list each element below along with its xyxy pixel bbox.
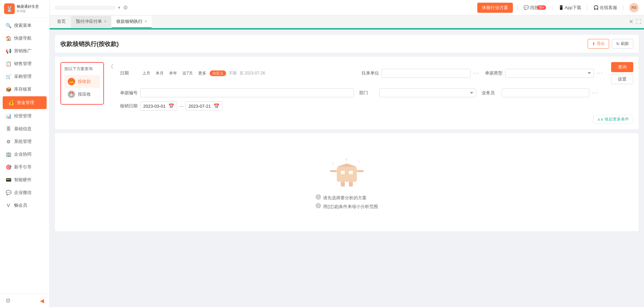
- filter-row-1: 日期 上月 本月 本年 近7天 更多 自定义 不限 至 2023-07-26: [120, 62, 633, 84]
- app-download-btn[interactable]: 📱 App下载: [558, 5, 581, 11]
- calendar-end-icon: 📅: [214, 103, 219, 109]
- sidebar-item-shortcut[interactable]: 🏠 快捷导航: [0, 32, 49, 45]
- employee-ellipsis-btn[interactable]: ···: [592, 90, 598, 96]
- sidebar-item-enterprise[interactable]: 🏢 企业协同: [0, 148, 49, 161]
- docno-input[interactable]: [140, 88, 354, 97]
- svg-text:?: ?: [359, 160, 361, 164]
- refresh-btn[interactable]: ↻ 刷新: [612, 39, 633, 49]
- header-actions: ⬆ 导出 ↻ 刷新: [588, 39, 633, 49]
- sidebar-item-guide[interactable]: 🎯 新手引导: [0, 161, 49, 173]
- home-icon: 🏠: [5, 36, 11, 41]
- sidebar-item-inventory[interactable]: 📦 库存核算: [0, 83, 49, 96]
- sidebar-item-label: 快捷导航: [14, 35, 32, 41]
- date-btn-this-year[interactable]: 本年: [167, 70, 179, 77]
- export-btn[interactable]: ⬆ 导出: [588, 39, 609, 49]
- setting-btn[interactable]: 设置: [611, 74, 633, 84]
- filter-options-panel: 按以下方案查询 💳 按收款 ⏰ 按应收: [60, 62, 104, 105]
- user-area[interactable]: Rit: [629, 3, 639, 12]
- sidebar-item-sales[interactable]: 📋 销售管理: [0, 57, 49, 70]
- partner-input[interactable]: [382, 69, 471, 78]
- sidebar-nav: 🔍 搜索菜单 🏠 快捷导航 📢 营销推广 📋 销售管理 🛒 采购管理 📦 库存核…: [0, 18, 49, 294]
- date-btn-more[interactable]: 更多: [196, 70, 208, 77]
- sidebar-item-label: 畅会员: [14, 202, 27, 208]
- doctype-select[interactable]: [505, 69, 594, 78]
- inventory-icon: 📦: [5, 87, 11, 92]
- tab-home[interactable]: 首页: [52, 16, 70, 28]
- sidebar-item-label: 系统管理: [14, 139, 32, 145]
- dept-label: 部门: [359, 90, 377, 96]
- page-header: 收款核销执行(按收款) ⬆ 导出 ↻ 刷新: [55, 35, 639, 53]
- page-title: 收款核销执行(按收款): [60, 40, 119, 48]
- topbar-settings-icon[interactable]: ⚙: [123, 4, 128, 11]
- empty-tip-2: 2 用[过滤]条件来缩小分析范围: [316, 202, 378, 211]
- date-btn-last-month[interactable]: 上月: [140, 70, 152, 77]
- export-icon: ⬆: [592, 42, 595, 46]
- sidebar-item-finance[interactable]: 💰 资金管理: [3, 96, 47, 109]
- tab-close-all-icon[interactable]: ✕: [629, 18, 633, 25]
- filter-option-by-receivable[interactable]: ⏰ 按应收: [64, 88, 100, 101]
- logo-icon: 🐰: [4, 3, 15, 14]
- query-btns: 查询 设置: [611, 62, 633, 84]
- date-btn-this-month[interactable]: 本月: [154, 70, 166, 77]
- verify-date-start-input[interactable]: 2023-03-01 📅: [140, 101, 177, 111]
- sidebar-settings-icon[interactable]: ⚙: [5, 297, 11, 304]
- sidebar-item-basic[interactable]: 🗄 基础信息: [0, 122, 49, 135]
- employee-input[interactable]: [502, 88, 589, 97]
- collapse-more-btn[interactable]: ∧∧ 收起更多条件: [593, 115, 633, 124]
- date-btn-7days[interactable]: 近7天: [180, 70, 195, 77]
- marketing-icon: 📢: [5, 48, 11, 54]
- main-area: ▾ ⚙ 休验行业方案 | 💬 消息 99+ | 📱 App下载 | 🎧 在线客服…: [50, 0, 644, 307]
- sidebar-collapse-icon[interactable]: ◀: [40, 298, 44, 304]
- query-btn[interactable]: 查询: [611, 62, 633, 72]
- member-icon: V: [5, 203, 11, 208]
- enterprise-icon: 🏢: [5, 152, 11, 157]
- tab-receipts[interactable]: 收款核销执行 ×: [112, 16, 152, 28]
- message-btn[interactable]: 💬 消息 99+: [524, 5, 546, 11]
- topbar-search: ▾ ⚙: [55, 4, 473, 11]
- svg-rect-5: [357, 170, 364, 172]
- sidebar-item-system[interactable]: ⚙ 系统管理: [0, 135, 49, 148]
- tabbar: 首页 预付冲应付单 × 收款核销执行 × ✕ ⛶: [50, 15, 644, 28]
- dept-select[interactable]: [379, 88, 476, 97]
- sidebar-item-label: 基础信息: [14, 126, 32, 132]
- filter-row-2: 单据编号 部门 业务员 ···: [120, 88, 633, 97]
- sidebar-item-search[interactable]: 🔍 搜索菜单: [0, 19, 49, 32]
- svg-rect-7: [349, 182, 353, 187]
- filter-left-collapse-btn[interactable]: 《: [107, 62, 115, 72]
- user-avatar: Rit: [629, 3, 639, 12]
- sidebar-item-label: 经营管理: [14, 113, 32, 119]
- verify-date-end-input[interactable]: 2023-07-21 📅: [185, 101, 222, 111]
- sidebar-bottom: ⚙ ◀: [0, 294, 49, 307]
- online-service-btn[interactable]: 🎧 在线客服: [593, 5, 617, 11]
- sidebar-item-operations[interactable]: 📊 经营管理: [0, 110, 49, 122]
- topbar-dropdown-icon[interactable]: ▾: [118, 5, 120, 10]
- doctype-ellipsis-btn[interactable]: ···: [597, 70, 603, 76]
- avatar-text: Rit: [632, 5, 637, 10]
- svg-rect-2: [349, 171, 353, 174]
- partner-ellipsis-btn[interactable]: ···: [473, 70, 480, 76]
- sidebar-item-purchase[interactable]: 🛒 采购管理: [0, 70, 49, 83]
- receipt-option-icon: 💳: [68, 78, 75, 85]
- sidebar-item-hardware[interactable]: 📟 智能硬件: [0, 173, 49, 186]
- filter-row-3: 核销日期 2023-03-01 📅 — 2023-07-21 📅: [120, 101, 633, 111]
- verify-date-start-value: 2023-03-01: [143, 104, 166, 109]
- sidebar-item-marketing[interactable]: 📢 营销推广: [0, 45, 49, 57]
- sidebar: 🐰 畅捷通好生意 标准版 🔍 搜索菜单 🏠 快捷导航 📢 营销推广 📋 销售管理…: [0, 0, 50, 307]
- filter-doctype-field: 单据类型 ···: [485, 69, 603, 78]
- date-btn-group: 上月 本月 本年 近7天 更多 自定义: [140, 70, 226, 77]
- date-label: 日期: [120, 70, 138, 76]
- sidebar-item-member[interactable]: V 畅会员: [0, 199, 49, 212]
- tab-receipts-close[interactable]: ×: [145, 19, 147, 24]
- tab-expand-icon[interactable]: ⛶: [636, 19, 641, 25]
- tabbar-right: ✕ ⛶: [629, 18, 641, 25]
- filter-option-by-receipt[interactable]: 💳 按收款: [64, 75, 100, 88]
- empty-state: ? ? ? 1 请先选择要分析的方案 2 用[过滤]条件来缩小分析范围: [55, 133, 639, 231]
- tab-prepay-close[interactable]: ×: [104, 19, 106, 24]
- collapse-icon-up: ∧∧: [597, 117, 603, 122]
- solution-btn[interactable]: 休验行业方案: [477, 3, 513, 13]
- date-to-text: 至 2023-07-26: [239, 70, 265, 76]
- date-badge-custom[interactable]: 自定义: [210, 70, 226, 76]
- tab-prepay[interactable]: 预付冲应付单 ×: [71, 16, 111, 28]
- sidebar-item-wechat[interactable]: 💬 企业微信: [0, 186, 49, 199]
- tab-prepay-label: 预付冲应付单: [76, 18, 102, 24]
